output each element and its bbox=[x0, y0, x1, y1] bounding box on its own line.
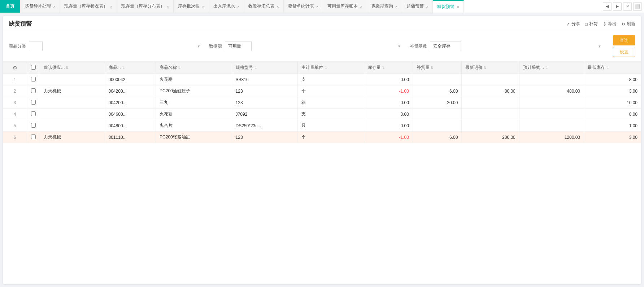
tab-batch-label: 库存批次账 bbox=[178, 3, 200, 9]
column-header-min-stock[interactable]: 最低库存 ⇅ bbox=[584, 62, 641, 74]
row-code: 004200... bbox=[105, 85, 156, 97]
tab-shortage-close[interactable]: × bbox=[457, 5, 459, 9]
select-all-checkbox[interactable] bbox=[31, 65, 36, 70]
header-actions: ➚ 分享 □ 补货 ⇩ 导出 ↻ 刷新 bbox=[566, 21, 635, 27]
column-header-code[interactable]: 商品... ⇅ bbox=[105, 62, 156, 74]
base-select[interactable]: 安全库存 最低库存 bbox=[430, 41, 461, 51]
share-button[interactable]: ➚ 分享 bbox=[566, 21, 580, 27]
row-latest-price bbox=[462, 120, 519, 132]
row-checkbox[interactable] bbox=[31, 134, 36, 139]
tab-flow[interactable]: 出入库流水 × bbox=[209, 0, 244, 13]
row-unit: 支 bbox=[298, 109, 364, 120]
tab-pick[interactable]: 拣货异常处理 × bbox=[21, 0, 60, 13]
column-checkbox-header bbox=[27, 62, 40, 74]
replenish-button[interactable]: □ 补货 bbox=[585, 21, 598, 27]
tab-shortage[interactable]: 缺货预警 × bbox=[433, 0, 464, 13]
row-unit: 支 bbox=[298, 74, 364, 85]
tab-flow-close[interactable]: × bbox=[237, 4, 239, 9]
tab-pick-close[interactable]: × bbox=[53, 4, 55, 9]
refresh-button[interactable]: ↻ 刷新 bbox=[622, 21, 635, 27]
column-settings-icon[interactable]: ⚙ bbox=[3, 62, 27, 74]
share-label: 分享 bbox=[571, 21, 580, 27]
column-header-unit[interactable]: 主计量单位 ⇅ bbox=[298, 62, 364, 74]
row-unit: 只 bbox=[298, 120, 364, 132]
tab-nav-next[interactable]: ▶ bbox=[613, 2, 622, 11]
category-select[interactable] bbox=[29, 41, 43, 51]
tab-expiry[interactable]: 保质期查询 × bbox=[367, 0, 402, 13]
table-wrap: ⚙ 默认供应... ⇅ 商品... ⇅ bbox=[3, 62, 641, 143]
tab-stock2-close[interactable]: × bbox=[167, 4, 169, 9]
column-header-latest-price[interactable]: 最新进价 ⇅ bbox=[462, 62, 519, 74]
row-num: 3 bbox=[3, 97, 27, 109]
tab-available[interactable]: 可用量库存账本 × bbox=[323, 0, 367, 13]
datasource-select[interactable]: 可用量 总量 bbox=[225, 41, 252, 51]
refresh-icon: ↻ bbox=[622, 22, 625, 27]
column-header-stock[interactable]: 库存量 ⇅ bbox=[364, 62, 413, 74]
query-button[interactable]: 查询 bbox=[613, 35, 635, 45]
row-checkbox-cell bbox=[27, 74, 40, 85]
tab-batch-close[interactable]: × bbox=[202, 4, 204, 9]
est-purchase-sort-icon: ⇅ bbox=[545, 66, 548, 70]
tab-summary[interactable]: 收发存汇总表 × bbox=[244, 0, 283, 13]
tab-order-close[interactable]: × bbox=[316, 4, 318, 9]
column-header-name[interactable]: 商品名称 ⇅ bbox=[156, 62, 232, 74]
row-num: 6 bbox=[3, 132, 27, 143]
row-spec: SS816 bbox=[232, 74, 298, 85]
row-num: 1 bbox=[3, 74, 27, 85]
tab-stock2[interactable]: 现存量（库存分布表） × bbox=[117, 0, 174, 13]
stock-sort-icon: ⇅ bbox=[382, 66, 385, 70]
row-checkbox[interactable] bbox=[31, 111, 36, 116]
tab-home-label: 首页 bbox=[6, 3, 14, 9]
table-row: 5 004800... 离合片 DS250*23c... 只 0.00 1.00 bbox=[3, 120, 641, 132]
tab-expiry-close[interactable]: × bbox=[395, 4, 397, 9]
filter-group-datasource: 数据源 可用量 总量 ▼ bbox=[209, 41, 404, 51]
tab-batch[interactable]: 库存批次账 × bbox=[174, 0, 209, 13]
tab-stock2-label: 现存量（库存分布表） bbox=[121, 3, 165, 9]
tab-shortage-label: 缺货预警 bbox=[437, 4, 454, 10]
row-checkbox[interactable] bbox=[31, 100, 36, 105]
export-button[interactable]: ⇩ 导出 bbox=[603, 21, 617, 27]
column-header-supplier[interactable]: 默认供应... ⇅ bbox=[40, 62, 105, 74]
tab-nav-maximize[interactable]: ⬜ bbox=[633, 2, 642, 11]
row-spec: 123 bbox=[232, 97, 298, 109]
column-header-spec[interactable]: 规格型号 ⇅ bbox=[232, 62, 298, 74]
row-num: 4 bbox=[3, 109, 27, 120]
row-stock: -1.00 bbox=[364, 132, 413, 143]
row-supplier bbox=[40, 74, 105, 85]
tab-home[interactable]: 首页 bbox=[0, 0, 21, 13]
tab-available-close[interactable]: × bbox=[360, 4, 362, 9]
tab-available-label: 可用量库存账本 bbox=[327, 3, 358, 9]
row-stock: 0.00 bbox=[364, 109, 413, 120]
column-header-replenish[interactable]: 补货量 ⇅ bbox=[413, 62, 461, 74]
share-icon: ➚ bbox=[566, 22, 570, 27]
tab-order[interactable]: 要货单统计表 × bbox=[284, 0, 323, 13]
min-stock-sort-icon: ⇅ bbox=[606, 66, 609, 70]
row-stock: 0.00 bbox=[364, 74, 413, 85]
tab-summary-close[interactable]: × bbox=[277, 4, 279, 9]
row-checkbox[interactable] bbox=[31, 88, 36, 93]
tab-nav-prev[interactable]: ◀ bbox=[603, 2, 612, 11]
supplier-sort-icon: ⇅ bbox=[66, 66, 69, 70]
row-code: 004200... bbox=[105, 97, 156, 109]
row-min-stock: 3.00 bbox=[584, 132, 641, 143]
row-min-stock: 8.00 bbox=[584, 109, 641, 120]
row-unit: 个 bbox=[298, 132, 364, 143]
row-stock: 0.00 bbox=[364, 97, 413, 109]
column-header-est-purchase[interactable]: 预计采购... ⇅ bbox=[519, 62, 584, 74]
tab-nav-close-all[interactable]: ✕ bbox=[623, 2, 632, 11]
tab-overstock[interactable]: 超储预警 × bbox=[402, 0, 433, 13]
row-checkbox[interactable] bbox=[31, 77, 36, 81]
row-replenish: 6.00 bbox=[413, 132, 461, 143]
refresh-label: 刷新 bbox=[627, 21, 635, 27]
replenish-col-label: 补货量 bbox=[417, 65, 430, 71]
tab-overstock-close[interactable]: × bbox=[426, 4, 428, 9]
tab-stock1[interactable]: 现存量（库存状况表） × bbox=[60, 0, 117, 13]
row-latest-price bbox=[462, 109, 519, 120]
row-checkbox[interactable] bbox=[31, 123, 36, 128]
row-name: 三九 bbox=[156, 97, 232, 109]
settings-button[interactable]: 设置 bbox=[613, 47, 635, 57]
row-latest-price: 200.00 bbox=[462, 132, 519, 143]
row-code: 0000042 bbox=[105, 74, 156, 85]
tab-stock1-close[interactable]: × bbox=[110, 4, 112, 9]
row-spec: J7092 bbox=[232, 109, 298, 120]
